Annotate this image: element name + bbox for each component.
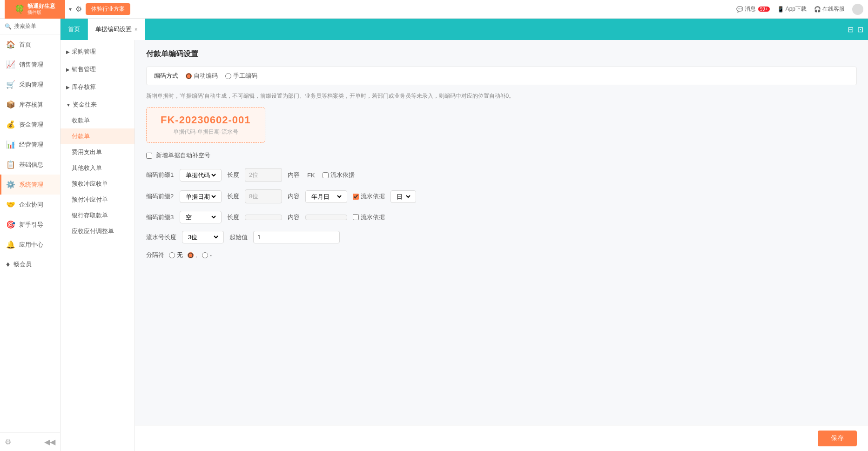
submenu-item-receipt[interactable]: 收款单 bbox=[61, 113, 135, 128]
submenu-group-sales: ▶ 销售管理 bbox=[61, 61, 135, 77]
prefix3-content-value bbox=[305, 215, 347, 220]
prefix3-serial-dep-label: 流水依据 bbox=[361, 213, 385, 222]
submenu-item-pre-payment[interactable]: 预付冲应付单 bbox=[61, 192, 135, 208]
serial-length-select-input[interactable]: 3位 bbox=[186, 233, 220, 241]
radio-group: 自动编码 手工编码 bbox=[186, 72, 257, 80]
auto-fill-row: 新增单据自动补空号 bbox=[146, 151, 857, 160]
submenu-item-other-income[interactable]: 其他收入单 bbox=[61, 160, 135, 176]
submenu-item-payment[interactable]: 付款单 bbox=[61, 128, 135, 144]
prefix1-select-input[interactable]: 单据代码 bbox=[184, 171, 217, 179]
prefix2-unit-select-input[interactable]: 日 bbox=[395, 193, 412, 201]
save-button[interactable]: 保存 bbox=[818, 431, 857, 446]
dropdown-button[interactable]: ▾ bbox=[69, 6, 72, 13]
prefix1-content-label: 内容 bbox=[288, 171, 300, 179]
tab-minimize-button[interactable]: ⊟ bbox=[848, 25, 854, 34]
separator-dash-radio[interactable]: - bbox=[202, 252, 212, 259]
sidebar-item-finance[interactable]: 💰 资金管理 bbox=[0, 114, 60, 135]
online-service-item[interactable]: 🎧 在线客服 bbox=[814, 5, 845, 13]
sidebar-item-purchase[interactable]: 🛒 采购管理 bbox=[0, 74, 60, 94]
prefix2-select[interactable]: 单据日期 bbox=[180, 190, 222, 203]
prefix2-content-select-input[interactable]: 年月日 bbox=[310, 193, 343, 201]
sidebar-search[interactable]: 🔍 搜索菜单 bbox=[0, 19, 60, 34]
message-badge: 99+ bbox=[758, 7, 770, 12]
submenu-item-expense[interactable]: 费用支出单 bbox=[61, 144, 135, 160]
prefix1-serial-dep[interactable]: 流水依据 bbox=[323, 171, 355, 179]
app-download-item[interactable]: 📱 App下载 bbox=[777, 5, 807, 13]
sidebar-item-enterprise[interactable]: 🤝 企业协同 bbox=[0, 195, 60, 215]
submenu-funds-title[interactable]: ▼ 资金往来 bbox=[61, 97, 135, 113]
collapse-icon[interactable]: ◀◀ bbox=[44, 438, 55, 446]
submenu-inventory-title[interactable]: ▶ 库存核算 bbox=[61, 79, 135, 95]
prefix1-select[interactable]: 单据代码 bbox=[180, 169, 222, 182]
app-name: 畅通好生意 bbox=[27, 3, 55, 9]
separator-none-input[interactable] bbox=[169, 252, 175, 258]
start-value-input[interactable] bbox=[253, 231, 340, 243]
online-service-label: 在线客服 bbox=[822, 5, 845, 13]
submenu-group-funds: ▼ 资金往来 收款单 付款单 费用支出单 其他收入单 预收冲应收单 预付冲应付单… bbox=[61, 97, 135, 239]
close-icon[interactable]: × bbox=[135, 27, 137, 32]
sidebar-item-home[interactable]: 🏠 首页 bbox=[0, 34, 60, 54]
submenu-item-pre-receipt[interactable]: 预收冲应收单 bbox=[61, 176, 135, 192]
sidebar-item-guide[interactable]: 🎯 新手引导 bbox=[0, 215, 60, 235]
prefix1-content-value: FK bbox=[305, 169, 317, 181]
submenu-purchase-title[interactable]: ▶ 采购管理 bbox=[61, 44, 135, 60]
prefix2-select-input[interactable]: 单据日期 bbox=[184, 193, 217, 201]
sidebar-item-label: 首页 bbox=[19, 40, 31, 49]
arrow-right-icon: ▶ bbox=[66, 67, 70, 72]
serial-length-select[interactable]: 3位 bbox=[182, 231, 224, 243]
submenu-item-adjust[interactable]: 应收应付调整单 bbox=[61, 223, 135, 239]
submenu-sales-title[interactable]: ▶ 销售管理 bbox=[61, 61, 135, 77]
submenu-item-bank[interactable]: 银行存取款单 bbox=[61, 208, 135, 223]
separator-dash-input[interactable] bbox=[202, 252, 208, 258]
tab-current[interactable]: 单据编码设置 × bbox=[88, 19, 145, 40]
sidebar-item-inventory[interactable]: 📦 库存核算 bbox=[0, 94, 60, 114]
manual-code-input[interactable] bbox=[225, 73, 231, 79]
manual-code-radio[interactable]: 手工编码 bbox=[225, 72, 257, 80]
prefix3-select-input[interactable]: 空 bbox=[184, 213, 217, 221]
separator-dot-input[interactable] bbox=[188, 252, 194, 258]
tab-expand-button[interactable]: ⊡ bbox=[857, 25, 863, 34]
prefix1-serial-dep-checkbox[interactable] bbox=[323, 172, 329, 178]
prefix3-length-label: 长度 bbox=[227, 213, 239, 222]
prefix2-serial-dep[interactable]: 流水依据 bbox=[353, 192, 385, 201]
separator-none-radio[interactable]: 无 bbox=[169, 251, 183, 259]
auto-fill-checkbox[interactable] bbox=[146, 153, 152, 159]
sidebar-item-sales[interactable]: 📈 销售管理 bbox=[0, 54, 60, 74]
inventory-icon: 📦 bbox=[6, 100, 15, 109]
sidebar-item-appcenter[interactable]: 🔔 应用中心 bbox=[0, 235, 60, 255]
logo-icon: 🍀 bbox=[14, 4, 25, 14]
tab-bar: 首页 单据编码设置 × ⊟ ⊡ bbox=[61, 19, 868, 40]
sidebar-item-operations[interactable]: 📊 经营管理 bbox=[0, 135, 60, 155]
sidebar-item-label: 应用中心 bbox=[19, 241, 43, 249]
auto-code-input[interactable] bbox=[186, 73, 192, 79]
prefix3-select[interactable]: 空 bbox=[180, 211, 222, 223]
experience-button[interactable]: 体验行业方案 bbox=[86, 3, 130, 15]
sidebar-item-base[interactable]: 📋 基础信息 bbox=[0, 155, 60, 175]
sidebar-item-member[interactable]: ♦ 畅会员 bbox=[0, 255, 60, 274]
app-edition: 插件版 bbox=[27, 10, 55, 15]
tab-home[interactable]: 首页 bbox=[61, 19, 88, 40]
prefix3-serial-dep[interactable]: 流水依据 bbox=[353, 213, 385, 222]
prefix2-length-value: 8位 bbox=[245, 189, 282, 203]
sidebar: 🔍 搜索菜单 🏠 首页 📈 销售管理 🛒 采购管理 📦 库存核算 💰 bbox=[0, 19, 61, 451]
code-preview-sub: 单据代码-单据日期-流水号 bbox=[161, 128, 251, 136]
sidebar-item-label: 采购管理 bbox=[19, 81, 43, 89]
submenu-group-purchase: ▶ 采购管理 bbox=[61, 44, 135, 60]
auto-code-radio[interactable]: 自动编码 bbox=[186, 72, 218, 80]
tab-current-label: 单据编码设置 bbox=[95, 25, 132, 34]
separator-dot-label: . bbox=[195, 252, 197, 259]
prefix3-serial-dep-checkbox[interactable] bbox=[353, 214, 359, 220]
sidebar-item-label: 新手引导 bbox=[19, 221, 43, 229]
settings-icon[interactable]: ⚙ bbox=[75, 5, 82, 13]
message-item[interactable]: 💬 消息 99+ bbox=[736, 5, 770, 13]
user-item[interactable] bbox=[852, 4, 863, 15]
prefix2-row: 编码前缀2 单据日期 长度 8位 内容 年月日 bbox=[146, 189, 857, 203]
separator-dot-radio[interactable]: . bbox=[188, 252, 197, 259]
prefix2-content-select[interactable]: 年月日 bbox=[305, 190, 347, 203]
sidebar-item-system[interactable]: ⚙️ 系统管理 bbox=[0, 175, 60, 195]
prefix2-serial-dep-checkbox[interactable] bbox=[353, 194, 359, 200]
prefix2-unit-select[interactable]: 日 bbox=[390, 190, 416, 203]
settings-bottom-icon[interactable]: ⚙ bbox=[5, 438, 11, 446]
arrow-down-icon: ▼ bbox=[66, 102, 71, 108]
system-icon: ⚙️ bbox=[6, 180, 15, 189]
